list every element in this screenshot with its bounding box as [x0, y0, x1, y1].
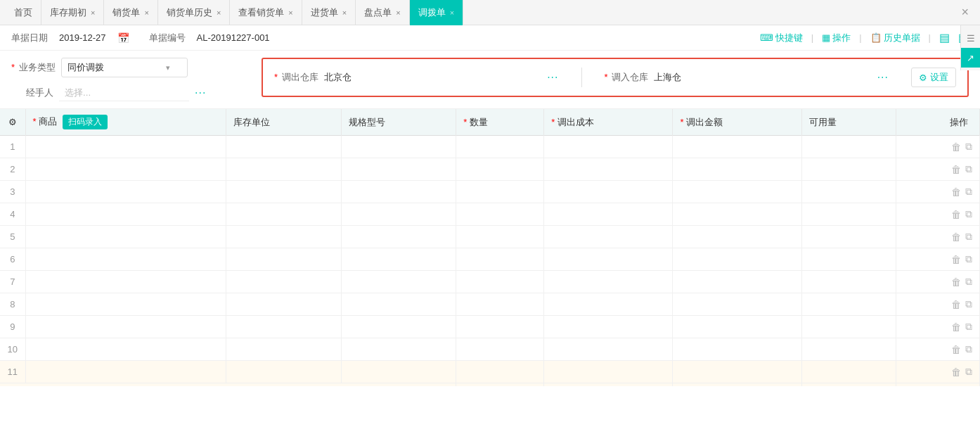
- row-amount-3[interactable]: [673, 181, 801, 203]
- copy-icon-1[interactable]: ⧉: [965, 141, 972, 153]
- transfer-in-more-icon[interactable]: ···: [877, 71, 889, 84]
- row-available-11[interactable]: [801, 361, 896, 383]
- row-unit-11[interactable]: [226, 361, 341, 383]
- row-available-7[interactable]: [801, 271, 896, 293]
- tab-purchase-order-close[interactable]: ×: [342, 8, 347, 17]
- row-unit-9[interactable]: [226, 316, 341, 338]
- row-goods-11[interactable]: [25, 361, 226, 383]
- row-amount-1[interactable]: [673, 136, 801, 158]
- tab-inventory-check[interactable]: 盘点单 ×: [356, 0, 409, 25]
- row-available-1[interactable]: [801, 136, 896, 158]
- row-cost-3[interactable]: [544, 181, 673, 203]
- row-cost-9[interactable]: [544, 316, 673, 338]
- row-amount-10[interactable]: [673, 338, 801, 361]
- row-goods-9[interactable]: [25, 316, 226, 338]
- row-amount-11[interactable]: [673, 361, 801, 383]
- sidebar-list-icon[interactable]: ☰: [961, 28, 981, 48]
- row-unit-7[interactable]: [226, 271, 341, 293]
- row-cost-10[interactable]: [544, 338, 673, 361]
- settings-button[interactable]: ⚙ 设置: [911, 68, 956, 87]
- row-qty-3[interactable]: [456, 181, 544, 203]
- row-qty-6[interactable]: [456, 248, 544, 271]
- row-spec-6[interactable]: [341, 248, 456, 271]
- calendar-icon[interactable]: 📅: [117, 32, 129, 44]
- tab-transfer-order[interactable]: 调拨单 ×: [410, 0, 463, 25]
- row-goods-3[interactable]: [25, 181, 226, 203]
- row-available-4[interactable]: [801, 203, 896, 226]
- row-available-3[interactable]: [801, 181, 896, 203]
- row-unit-1[interactable]: [226, 136, 341, 158]
- sidebar-link-icon[interactable]: ↗: [961, 48, 981, 68]
- tab-view-sales[interactable]: 查看销货单 ×: [230, 0, 302, 25]
- row-unit-2[interactable]: [226, 158, 341, 181]
- row-qty-8[interactable]: [456, 293, 544, 316]
- scan-button[interactable]: 扫码录入: [63, 115, 108, 129]
- row-cost-4[interactable]: [544, 203, 673, 226]
- row-goods-7[interactable]: [25, 271, 226, 293]
- tab-bar-close-button[interactable]: ×: [955, 5, 974, 20]
- delete-icon-11[interactable]: 🗑: [951, 367, 961, 378]
- row-qty-9[interactable]: [456, 316, 544, 338]
- copy-icon-2[interactable]: ⧉: [965, 163, 972, 175]
- copy-icon-8[interactable]: ⧉: [965, 298, 972, 310]
- row-spec-7[interactable]: [341, 271, 456, 293]
- row-spec-9[interactable]: [341, 316, 456, 338]
- tab-inventory-init-close[interactable]: ×: [91, 8, 95, 17]
- copy-icon-4[interactable]: ⧉: [965, 208, 972, 220]
- tab-sales-history[interactable]: 销货单历史 ×: [158, 0, 230, 25]
- row-qty-4[interactable]: [456, 203, 544, 226]
- row-cost-7[interactable]: [544, 271, 673, 293]
- delete-icon-1[interactable]: 🗑: [951, 141, 961, 153]
- row-spec-2[interactable]: [341, 158, 456, 181]
- delete-icon-5[interactable]: 🗑: [951, 231, 961, 243]
- delete-icon-3[interactable]: 🗑: [951, 186, 961, 198]
- row-qty-1[interactable]: [456, 136, 544, 158]
- table-gear-icon[interactable]: ⚙: [8, 117, 17, 127]
- row-amount-6[interactable]: [673, 248, 801, 271]
- copy-icon-11[interactable]: ⧉: [965, 366, 972, 378]
- row-amount-8[interactable]: [673, 293, 801, 316]
- tab-sales-history-close[interactable]: ×: [217, 8, 221, 17]
- col-gear-header[interactable]: ⚙: [0, 109, 25, 136]
- row-spec-1[interactable]: [341, 136, 456, 158]
- row-goods-4[interactable]: [25, 203, 226, 226]
- row-goods-6[interactable]: [25, 248, 226, 271]
- row-unit-4[interactable]: [226, 203, 341, 226]
- row-unit-10[interactable]: [226, 338, 341, 361]
- row-unit-6[interactable]: [226, 248, 341, 271]
- copy-icon-9[interactable]: ⧉: [965, 321, 972, 333]
- shortcuts-button[interactable]: ⌨ 快捷键: [760, 32, 803, 44]
- row-available-5[interactable]: [801, 226, 896, 248]
- operations-button[interactable]: ▦ 操作: [822, 32, 851, 44]
- row-qty-10[interactable]: [456, 338, 544, 361]
- row-amount-7[interactable]: [673, 271, 801, 293]
- row-goods-5[interactable]: [25, 226, 226, 248]
- history-button[interactable]: 📋 历史单据: [870, 32, 920, 44]
- row-amount-2[interactable]: [673, 158, 801, 181]
- tab-view-sales-close[interactable]: ×: [288, 8, 292, 17]
- row-spec-5[interactable]: [341, 226, 456, 248]
- delete-icon-10[interactable]: 🗑: [951, 344, 961, 355]
- row-qty-7[interactable]: [456, 271, 544, 293]
- row-goods-10[interactable]: [25, 338, 226, 361]
- row-available-10[interactable]: [801, 338, 896, 361]
- row-qty-11[interactable]: [456, 361, 544, 383]
- row-cost-1[interactable]: [544, 136, 673, 158]
- tab-inventory-init[interactable]: 库存期初 ×: [41, 0, 104, 25]
- handler-input[interactable]: [59, 84, 189, 101]
- row-unit-3[interactable]: [226, 181, 341, 203]
- row-goods-1[interactable]: [25, 136, 226, 158]
- tab-sales-order[interactable]: 销货单 ×: [104, 0, 157, 25]
- row-available-9[interactable]: [801, 316, 896, 338]
- row-unit-5[interactable]: [226, 226, 341, 248]
- tab-transfer-order-close[interactable]: ×: [450, 8, 454, 17]
- row-goods-8[interactable]: [25, 293, 226, 316]
- row-available-2[interactable]: [801, 158, 896, 181]
- copy-icon-3[interactable]: ⧉: [965, 186, 972, 198]
- copy-icon-6[interactable]: ⧉: [965, 253, 972, 265]
- row-qty-5[interactable]: [456, 226, 544, 248]
- row-cost-5[interactable]: [544, 226, 673, 248]
- tab-sales-order-close[interactable]: ×: [144, 8, 148, 17]
- row-available-8[interactable]: [801, 293, 896, 316]
- copy-icon-5[interactable]: ⧉: [965, 231, 972, 243]
